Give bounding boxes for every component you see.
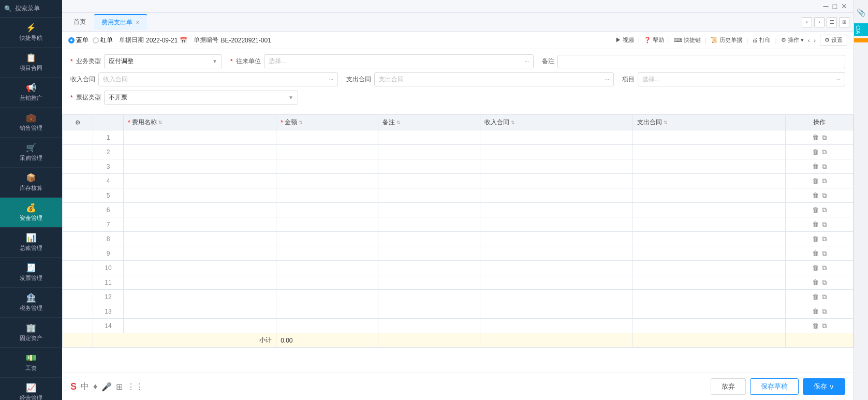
- row-note-8[interactable]: [378, 232, 480, 246]
- row-name-9[interactable]: [124, 246, 276, 261]
- col-expense-header[interactable]: 支出合同 ⇅: [632, 115, 785, 130]
- row-income-5[interactable]: [480, 188, 632, 203]
- row-name-7[interactable]: [124, 217, 276, 232]
- sidebar-item-project-contract[interactable]: 📋项目合同: [0, 48, 62, 78]
- row-expense-5[interactable]: [632, 188, 785, 203]
- row-income-9[interactable]: [480, 246, 632, 261]
- row-copy-11[interactable]: ⧉: [822, 278, 827, 287]
- row-note-5[interactable]: [378, 188, 480, 203]
- row-income-6[interactable]: [480, 203, 632, 217]
- row-amount-4[interactable]: [276, 174, 378, 188]
- row-expense-14[interactable]: [632, 319, 785, 333]
- nav-next-btn[interactable]: ›: [814, 37, 816, 43]
- income-contract-input[interactable]: 收入合同 ···: [98, 72, 338, 86]
- window-max-btn[interactable]: □: [831, 2, 839, 10]
- col-name-header[interactable]: * 费用名称 ⇅: [124, 115, 276, 130]
- row-note-4[interactable]: [378, 174, 480, 188]
- row-amount-10[interactable]: [276, 261, 378, 275]
- tab-prev-btn[interactable]: ‹: [802, 17, 812, 27]
- sidebar-item-payroll[interactable]: 💵工资: [0, 348, 62, 378]
- sidebar-item-sales-mgmt[interactable]: 💼销售管理: [0, 108, 62, 138]
- save-btn[interactable]: 保存 ∨: [803, 378, 845, 395]
- nav-prev-btn[interactable]: ‹: [808, 37, 810, 43]
- counterpart-input[interactable]: 选择... ···: [264, 54, 534, 68]
- row-note-10[interactable]: [378, 261, 480, 275]
- row-expense-1[interactable]: [632, 130, 785, 145]
- orange-panel-btn[interactable]: [854, 38, 868, 42]
- row-expense-9[interactable]: [632, 246, 785, 261]
- row-copy-2[interactable]: ⧉: [822, 148, 827, 156]
- window-close-btn[interactable]: ✕: [839, 2, 849, 10]
- row-note-9[interactable]: [378, 246, 480, 261]
- row-delete-5[interactable]: 🗑: [812, 191, 819, 200]
- project-input[interactable]: 选择... ···: [638, 72, 845, 86]
- row-amount-3[interactable]: [276, 159, 378, 174]
- tab-list-btn[interactable]: ☰: [827, 17, 837, 27]
- remark-input[interactable]: [557, 55, 845, 68]
- save-draft-btn[interactable]: 保存草稿: [750, 378, 799, 395]
- row-expense-10[interactable]: [632, 261, 785, 275]
- row-income-11[interactable]: [480, 275, 632, 290]
- row-delete-1[interactable]: 🗑: [812, 134, 819, 142]
- col-settings-header[interactable]: ⚙: [63, 115, 93, 130]
- row-expense-7[interactable]: [632, 217, 785, 232]
- row-note-12[interactable]: [378, 290, 480, 304]
- sidebar-item-quick-nav[interactable]: ⚡快捷导航: [0, 18, 62, 48]
- row-name-2[interactable]: [124, 145, 276, 159]
- row-copy-3[interactable]: ⧉: [822, 162, 827, 171]
- green-panel-btn[interactable]: CIA: [854, 23, 868, 36]
- row-copy-1[interactable]: ⧉: [822, 134, 827, 142]
- discard-btn[interactable]: 放弃: [711, 378, 746, 395]
- business-type-input[interactable]: 应付调整 ▼: [104, 54, 222, 68]
- row-copy-9[interactable]: ⧉: [822, 249, 827, 258]
- row-expense-2[interactable]: [632, 145, 785, 159]
- radio-blue[interactable]: 蓝单: [68, 36, 89, 45]
- row-name-10[interactable]: [124, 261, 276, 275]
- tab-home[interactable]: 首页: [66, 14, 93, 29]
- row-copy-8[interactable]: ⧉: [822, 235, 827, 243]
- row-note-7[interactable]: [378, 217, 480, 232]
- sidebar-item-fund-mgmt[interactable]: 💰资金管理: [0, 198, 62, 228]
- row-income-1[interactable]: [480, 130, 632, 145]
- row-expense-12[interactable]: [632, 290, 785, 304]
- row-delete-6[interactable]: 🗑: [812, 206, 819, 214]
- row-delete-14[interactable]: 🗑: [812, 322, 819, 330]
- row-note-6[interactable]: [378, 203, 480, 217]
- row-name-13[interactable]: [124, 304, 276, 319]
- operations-btn[interactable]: ⚙ 操作 ▾: [781, 36, 804, 44]
- tab-expense-form[interactable]: 费用支出单✕: [94, 14, 147, 30]
- row-amount-11[interactable]: [276, 275, 378, 290]
- radio-red[interactable]: 红单: [93, 36, 113, 45]
- video-btn[interactable]: ▶ 视频: [615, 36, 634, 44]
- tab-close-expense-form[interactable]: ✕: [136, 20, 140, 25]
- settings-btn[interactable]: ⚙ 设置: [820, 35, 847, 46]
- row-name-1[interactable]: [124, 130, 276, 145]
- row-income-8[interactable]: [480, 232, 632, 246]
- print-btn[interactable]: 🖨 打印: [752, 36, 771, 44]
- row-expense-4[interactable]: [632, 174, 785, 188]
- sidebar-item-invoice-mgmt[interactable]: 🧾发票管理: [0, 258, 62, 288]
- help-btn[interactable]: ❓ 帮助: [644, 36, 664, 44]
- invoice-type-input[interactable]: 不开票 ▼: [104, 91, 298, 105]
- row-delete-11[interactable]: 🗑: [812, 278, 819, 287]
- row-name-8[interactable]: [124, 232, 276, 246]
- row-note-14[interactable]: [378, 319, 480, 333]
- tool-dots-icon[interactable]: ⋮⋮: [127, 382, 143, 392]
- row-name-12[interactable]: [124, 290, 276, 304]
- date-value[interactable]: 2022-09-21: [146, 37, 178, 44]
- row-note-11[interactable]: [378, 275, 480, 290]
- calendar-icon[interactable]: 📅: [180, 37, 187, 44]
- row-amount-14[interactable]: [276, 319, 378, 333]
- row-amount-8[interactable]: [276, 232, 378, 246]
- window-min-btn[interactable]: ─: [821, 2, 831, 10]
- row-copy-12[interactable]: ⧉: [822, 293, 827, 301]
- tab-grid-btn[interactable]: ⊞: [839, 17, 849, 27]
- row-name-5[interactable]: [124, 188, 276, 203]
- row-income-12[interactable]: [480, 290, 632, 304]
- sidebar-item-tax-mgmt[interactable]: 🏦税务管理: [0, 288, 62, 318]
- row-note-13[interactable]: [378, 304, 480, 319]
- row-note-3[interactable]: [378, 159, 480, 174]
- sidebar-item-purchase-mgmt[interactable]: 🛒采购管理: [0, 138, 62, 168]
- row-delete-8[interactable]: 🗑: [812, 235, 819, 243]
- row-copy-7[interactable]: ⧉: [822, 220, 827, 229]
